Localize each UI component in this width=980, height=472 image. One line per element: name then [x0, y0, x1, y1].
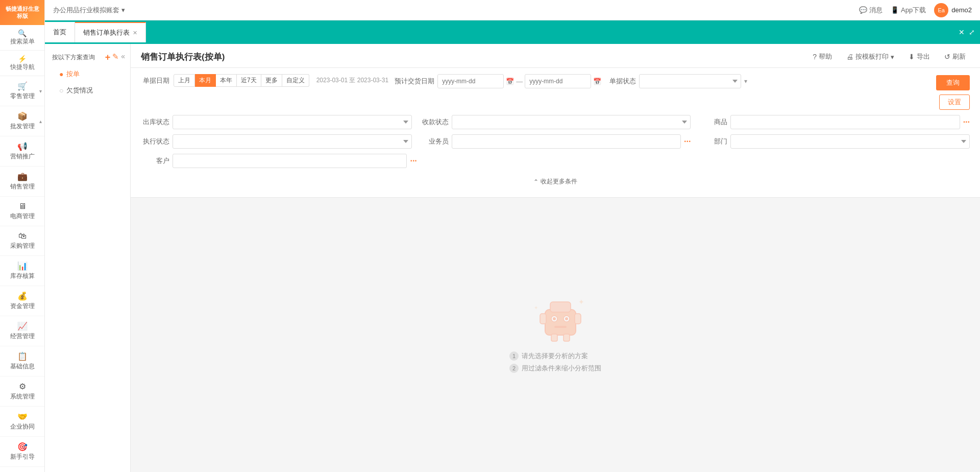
date-from-calendar-icon[interactable]: 📅 [506, 78, 514, 85]
system-icon: ⚙ [19, 382, 26, 391]
message-button[interactable]: 💬 消息 [859, 6, 883, 15]
app-download-button[interactable]: 📱 App下载 [891, 6, 926, 15]
expected-date-range: 📅 — 📅 [437, 74, 601, 88]
sidebar-item-system[interactable]: ⚙ 系统管理 [0, 376, 44, 407]
svg-rect-6 [554, 326, 567, 328]
left-panel-actions: + ✎ « [105, 52, 125, 63]
sidebar-item-inventory[interactable]: 📊 库存核算 [0, 256, 44, 286]
tab-close-button[interactable]: ✕ [959, 28, 965, 36]
purchase-icon: 🛍 [18, 231, 27, 241]
sidebar-item-basic[interactable]: 📋 基础信息 [0, 346, 44, 376]
query-button[interactable]: 查询 [936, 75, 970, 90]
print-dropdown-icon: ▾ [891, 53, 894, 61]
filter-row-2: 出库状态 收款状态 商品 ··· [141, 115, 970, 129]
retail-icon: 🛒 [17, 81, 28, 91]
tab-sales-exec[interactable]: 销售订单执行表 ✕ [75, 22, 146, 42]
sidebar-item-purchase[interactable]: 🛍 采购管理 [0, 226, 44, 256]
date-btn-more[interactable]: 更多 [261, 74, 282, 87]
app-logo[interactable]: 畅捷通好生意 标版 [0, 0, 44, 25]
sidebar-item-marketing[interactable]: 📢 营销推广 [0, 136, 44, 167]
tab-close-icon[interactable]: ✕ [133, 30, 137, 36]
sales-icon: 💼 [17, 172, 28, 181]
dept-select[interactable] [730, 134, 970, 149]
date-btn-this-month[interactable]: 本月 [195, 74, 216, 87]
sidebar: 畅捷通好生意 标版 🔍 搜索菜单 ⚡ 快捷导航 🛒 零售管理 ▾ 📦 批发管理 … [0, 0, 45, 472]
goods-label: 商品 [699, 117, 727, 127]
sidebar-item-wholesale[interactable]: 📦 批发管理 ▴ [0, 106, 44, 136]
date-btn-this-year[interactable]: 本年 [216, 74, 237, 87]
settings-button[interactable]: 设置 [939, 95, 970, 110]
user-profile[interactable]: Ea demo2 [934, 3, 972, 17]
out-status-select[interactable] [173, 115, 412, 129]
print-icon: 🖨 [846, 53, 853, 61]
sidebar-item-newbie[interactable]: 🎯 新手引导 [0, 437, 44, 467]
tab-home[interactable]: 首页 [45, 22, 75, 42]
sidebar-search[interactable]: 🔍 搜索菜单 [0, 25, 44, 51]
sales-person-more-icon[interactable]: ··· [684, 137, 691, 146]
sidebar-item-operation[interactable]: 📈 经营管理 [0, 316, 44, 346]
sidebar-item-sales[interactable]: 💼 销售管理 [0, 167, 44, 197]
goods-input[interactable] [730, 115, 960, 129]
export-button[interactable]: ⬇ 导出 [904, 50, 934, 63]
date-to-calendar-icon[interactable]: 📅 [593, 78, 601, 85]
sidebar-item-ecommerce[interactable]: 🖥 电商管理 [0, 197, 44, 226]
sidebar-item-finance[interactable]: 💰 资金管理 [0, 286, 44, 316]
expected-date-from[interactable] [437, 74, 504, 88]
add-scheme-button[interactable]: + [105, 52, 111, 63]
empty-state: ✦ ✦ 1 请先选择要分析的方案 2 用过滤条件来缩小分析范围 [509, 294, 601, 376]
basic-icon: 📋 [17, 351, 28, 361]
filter-area: 单据日期 上月 本月 本年 近7天 更多 自定义 2023-03-01 至 20… [131, 68, 980, 198]
customer-input[interactable] [173, 154, 407, 168]
download-icon: 📱 [891, 6, 899, 14]
left-panel: 按以下方案查询 + ✎ « ● 按单 ○ 欠货情况 [45, 44, 131, 472]
sales-person-input[interactable] [452, 134, 681, 149]
expected-date-to[interactable] [525, 74, 591, 88]
svg-rect-7 [540, 314, 546, 324]
tip-1: 1 请先选择要分析的方案 [509, 351, 601, 361]
date-separator: — [516, 78, 523, 85]
exec-status-group: 执行状态 [141, 134, 412, 149]
dept-label: 部门 [699, 137, 727, 146]
logo-text: 畅捷通好生意 标版 [6, 5, 39, 20]
print-button[interactable]: 🖨 按模板打印 ▾ [842, 50, 898, 63]
exec-status-label: 执行状态 [141, 137, 169, 146]
receipt-status-select[interactable] [452, 115, 691, 129]
topbar-title[interactable]: 办公用品行业模拟账套 ▾ [53, 6, 125, 15]
customer-more-icon[interactable]: ··· [410, 156, 416, 166]
main-content: ✦ ✦ 1 请先选择要分析的方案 2 用过滤条件来缩小分析范围 [131, 198, 980, 472]
date-range-display: 2023-03-01 至 2023-03-31 [316, 76, 388, 85]
exec-status-select[interactable] [173, 134, 412, 149]
sales-person-group: 业务员 ··· [420, 134, 691, 149]
tip-2: 2 用过滤条件来缩小分析范围 [509, 364, 601, 373]
out-status-group: 出库状态 [141, 115, 412, 129]
goods-more-icon[interactable]: ··· [963, 117, 970, 127]
date-btn-7days[interactable]: 近7天 [237, 74, 261, 87]
collapse-button[interactable]: ⌃ 收起更多条件 [141, 174, 970, 189]
tab-expand-button[interactable]: ⤢ [969, 28, 975, 36]
sidebar-item-corp[interactable]: 🤝 企业协同 [0, 407, 44, 437]
edit-scheme-button[interactable]: ✎ [112, 52, 119, 63]
by-order-icon: ● [59, 70, 63, 78]
scheme-item-by-debt[interactable]: ○ 欠货情况 [45, 82, 130, 99]
topbar-right: 💬 消息 📱 App下载 Ea demo2 [859, 3, 972, 17]
doc-status-select[interactable] [639, 74, 741, 88]
refresh-button[interactable]: ↺ 刷新 [940, 50, 970, 63]
expected-date-label: 预计交货日期 [395, 77, 434, 86]
help-button[interactable]: ? 帮助 [808, 50, 836, 63]
help-icon: ? [813, 53, 817, 61]
empty-illustration: ✦ ✦ [530, 294, 581, 345]
sidebar-quick-nav[interactable]: ⚡ 快捷导航 [0, 51, 44, 76]
scheme-item-by-order[interactable]: ● 按单 [45, 66, 130, 82]
message-icon: 💬 [859, 6, 867, 14]
svg-point-4 [553, 317, 556, 320]
doc-status-label: 单据状态 [607, 77, 636, 86]
svg-text:✦: ✦ [578, 298, 584, 306]
collapse-panel-button[interactable]: « [121, 52, 125, 63]
wholesale-arrow: ▴ [39, 118, 42, 124]
sidebar-item-retail[interactable]: 🛒 零售管理 ▾ [0, 76, 44, 106]
finance-icon: 💰 [17, 291, 28, 301]
date-btn-last-month[interactable]: 上月 [174, 74, 195, 87]
date-btn-custom[interactable]: 自定义 [282, 74, 309, 87]
sidebar-item-apps[interactable]: 🔲 应用中心 [0, 467, 44, 472]
retail-arrow: ▾ [39, 88, 42, 93]
